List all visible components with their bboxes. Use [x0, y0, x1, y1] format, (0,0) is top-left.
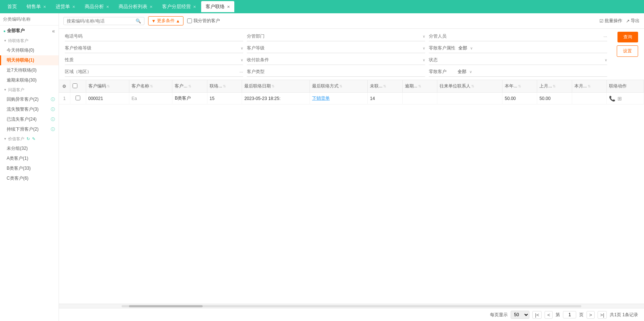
sidebar-item-overdue[interactable]: 逾期未联络(30)	[0, 75, 59, 85]
gear-icon[interactable]: ⚙	[62, 84, 66, 89]
filter-person-input[interactable]	[458, 34, 602, 39]
filter-phone-input[interactable]	[94, 34, 243, 39]
row-checkbox-cell	[70, 93, 86, 104]
row-checkbox[interactable]	[76, 96, 80, 100]
sidebar-item-class-c[interactable]: C类客户(6)	[0, 173, 59, 183]
horizontal-scrollbar[interactable]	[59, 304, 644, 308]
nav-customer-contact[interactable]: 客户联络 ✕	[201, 1, 234, 12]
select-all-checkbox[interactable]	[73, 83, 77, 88]
nav-close-product-list[interactable]: ✕	[150, 5, 153, 9]
my-customers-checkbox[interactable]	[187, 18, 192, 23]
page-number-input[interactable]	[563, 311, 576, 318]
filter-price-input[interactable]	[94, 46, 239, 51]
col-checkbox	[70, 80, 86, 93]
nav-product-analysis[interactable]: 商品分析 ✕	[80, 1, 113, 12]
nav-close-sales[interactable]: ✕	[43, 5, 46, 9]
col-contact-count-label: 联络...	[210, 83, 222, 89]
sort-year-icon[interactable]: ⇅	[518, 84, 521, 88]
filter-region-input[interactable]	[94, 69, 238, 75]
retail-cust-dropdown-icon[interactable]: ∨	[469, 70, 472, 74]
batch-op-button[interactable]: ☑ 批量操作	[599, 18, 622, 24]
more-filter-button[interactable]: ▼ 更多条件 ▲	[148, 16, 183, 25]
sidebar-item-tomorrow[interactable]: 明天待联络(1)	[0, 55, 59, 65]
status-dropdown-icon[interactable]: ∨	[605, 58, 607, 62]
action-grid-icon[interactable]: ⊞	[617, 96, 622, 101]
sort-code-icon[interactable]: ⇅	[107, 84, 110, 88]
sort-name-icon[interactable]: ⇅	[150, 84, 153, 88]
set-button[interactable]: 设置	[617, 45, 638, 57]
sidebar-item-7days[interactable]: 近7天待联络(0)	[0, 65, 59, 75]
sidebar-item-ungrouped[interactable]: 未分组(32)	[0, 144, 59, 153]
search-button-icon[interactable]: 🔍	[136, 18, 141, 24]
sort-lmonth-icon[interactable]: ⇅	[553, 84, 556, 88]
page-size-select[interactable]: 50 100	[511, 311, 529, 319]
my-customers-checkbox-label[interactable]: 我分管的客户	[187, 18, 220, 24]
page-label: 第	[556, 312, 560, 318]
filter-retail-label: 零散客户属性	[429, 45, 455, 51]
nav-purchase[interactable]: 进货单 ✕	[51, 1, 80, 12]
row-name: Ea	[129, 93, 172, 104]
all-customers-label: 全部客户	[4, 28, 25, 34]
sort-contact-icon[interactable]: ⇅	[223, 84, 226, 88]
sort-person-icon[interactable]: ⇅	[471, 84, 474, 88]
next-page-button[interactable]: >	[587, 311, 595, 319]
level-dropdown-icon[interactable]: ∨	[423, 46, 425, 50]
sidebar-item-today[interactable]: 今天待联络(0)	[0, 45, 59, 55]
nature-dropdown-icon[interactable]: ∨	[241, 58, 243, 62]
sort-unlinked-icon[interactable]: ⇅	[383, 84, 386, 88]
nav-customer-segmentation[interactable]: 客户分层经营 ✕	[158, 1, 200, 12]
filter-person: 分管人员 ···	[429, 32, 607, 41]
filter-dept-label: 分管部门	[247, 33, 273, 39]
nav-close-customer-seg[interactable]: ✕	[193, 5, 196, 9]
filter-level-input[interactable]	[276, 46, 421, 51]
sort-method-icon[interactable]: ⇅	[339, 84, 342, 88]
sidebar-item-class-b[interactable]: B类客户(33)	[0, 163, 59, 173]
filter-dept-input[interactable]	[276, 34, 421, 39]
nav-sales[interactable]: 销售单 ✕	[22, 1, 50, 12]
filter-status-input[interactable]	[458, 58, 603, 63]
nav-close-customer-contact[interactable]: ✕	[227, 5, 230, 9]
first-page-button[interactable]: |<	[532, 311, 542, 319]
sidebar-item-churned[interactable]: 已流失客户(24) ⓘ	[0, 114, 59, 124]
row-last-date: 2023-05-23 18:25:	[242, 93, 310, 104]
nav-product-list[interactable]: 商品分析列表 ✕	[114, 1, 157, 12]
payment-dropdown-icon[interactable]: ∨	[423, 58, 425, 62]
sort-type-icon[interactable]: ⇅	[188, 84, 191, 88]
col-this-year-label: 本年...	[505, 83, 517, 89]
col-contact-count: 联络... ⇅	[207, 80, 242, 93]
query-button[interactable]: 查询	[617, 32, 638, 42]
row-contact-count: 15	[207, 93, 242, 104]
filter-payment-input[interactable]	[276, 58, 421, 63]
dept-dropdown-icon[interactable]: ∨	[423, 34, 425, 38]
price-dropdown-icon[interactable]: ∨	[241, 46, 243, 50]
sidebar-all-customers[interactable]: 全部客户 «	[0, 25, 59, 36]
export-button[interactable]: ↗ 导出	[626, 18, 640, 24]
sidebar-item-declining[interactable]: 持续下滑客户(2) ⓘ	[0, 124, 59, 134]
sidebar-search-input[interactable]	[3, 17, 58, 22]
sidebar-item-abnormal[interactable]: 回购异常客户(2) ⓘ	[0, 94, 59, 104]
retail-dropdown-icon[interactable]: ∨	[470, 46, 473, 50]
refresh-icon[interactable]: ↻	[27, 137, 30, 141]
sort-tmonth-icon[interactable]: ⇅	[588, 84, 591, 88]
scrollbar-thumb[interactable]	[129, 305, 203, 307]
check-icon: ☑	[599, 18, 603, 24]
edit-icon[interactable]: ✎	[32, 137, 35, 141]
filter-nature-input[interactable]	[94, 58, 239, 63]
last-method-link[interactable]: 下销货单	[312, 96, 330, 101]
filter-type-input[interactable]	[276, 69, 425, 75]
last-page-button[interactable]: >|	[598, 311, 607, 319]
action-phone-icon[interactable]: 📞	[609, 96, 615, 101]
search-input[interactable]	[67, 18, 136, 24]
person-more-icon[interactable]: ···	[603, 34, 607, 39]
sort-date-icon[interactable]: ⇅	[272, 84, 274, 88]
sidebar-item-churn-warning[interactable]: 流失预警客户(3) ⓘ	[0, 104, 59, 114]
col-last-method: 最后联络方式 ⇅	[310, 80, 368, 93]
nav-close-product-analysis[interactable]: ✕	[106, 5, 109, 9]
sidebar-item-class-a[interactable]: A类客户(1)	[0, 153, 59, 163]
sort-overdue-icon[interactable]: ⇅	[418, 84, 421, 88]
prev-page-button[interactable]: <	[545, 311, 553, 319]
sidebar-group-value: ▼ 价值客户 ↻ ✎	[0, 134, 59, 144]
region-more-icon[interactable]: ···	[239, 69, 243, 75]
nav-home[interactable]: 首页	[3, 1, 21, 12]
nav-close-purchase[interactable]: ✕	[72, 5, 75, 9]
